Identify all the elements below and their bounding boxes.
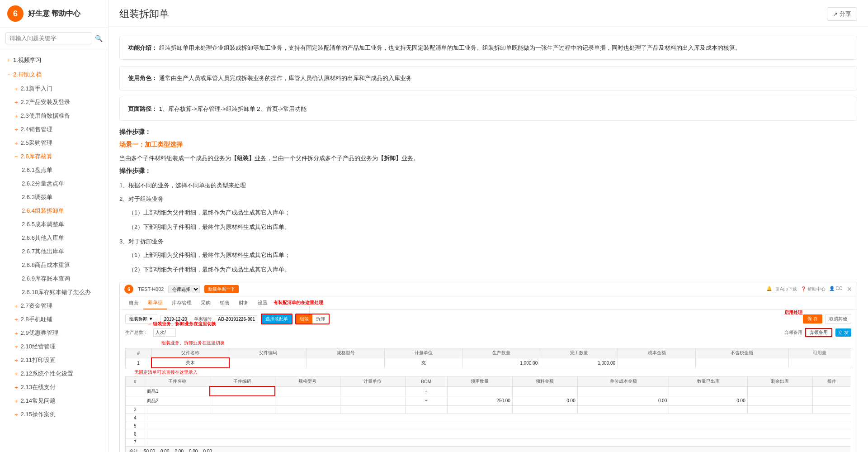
- sidebar-item-2-11[interactable]: + 2.11打印设置: [0, 353, 108, 367]
- sidebar-item-2-6-7[interactable]: 2.6.7其他出库单: [0, 245, 108, 258]
- sidebar-item-2-6-6[interactable]: 2.6.6其他入库单: [0, 231, 108, 245]
- search-icon[interactable]: 🔍: [95, 35, 103, 42]
- expand-icon: +: [14, 398, 18, 404]
- inner-enable-input[interactable]: 弃领备用: [805, 328, 832, 337]
- inner-btn-disassemble[interactable]: 拆卸: [312, 314, 329, 324]
- expand-icon: +: [14, 343, 18, 350]
- inner-nav-settings[interactable]: 设置: [253, 297, 272, 309]
- inner-docno-value: AD-20191226-001: [215, 315, 258, 323]
- sidebar-item-2-7[interactable]: + 2.7资金管理: [0, 299, 108, 313]
- inner-btn-cancel[interactable]: 取消其他: [825, 314, 851, 324]
- inner-table-footer: 合计 $0.00 0.00 0.00 0.00 0.00: [125, 446, 851, 452]
- sidebar-item-2-3[interactable]: + 2.3使用前数据准备: [0, 109, 108, 123]
- inner-logo: 6: [124, 285, 133, 294]
- sidebar-item-2-6-2[interactable]: 2.6.2分量盘点单: [0, 177, 108, 190]
- sidebar-item-2-6-4[interactable]: 2.6.4组装拆卸单: [0, 204, 108, 218]
- inner-icon-app[interactable]: ⊞ App下载: [775, 286, 797, 292]
- inner-close-btn[interactable]: ✕: [847, 285, 852, 293]
- inner-icon-help[interactable]: ❓ 帮助中心: [801, 286, 826, 292]
- inner-th-notax-cost: 不含税金额: [696, 348, 789, 358]
- sidebar-header: 6 好生意 帮助中心: [0, 0, 108, 28]
- inner-nav-new-doc[interactable]: 新单据: [143, 296, 167, 309]
- sidebar-item-2-15[interactable]: + 2.15操作案例: [0, 408, 108, 421]
- inner-new-doc-btn[interactable]: 新建单据一下: [204, 285, 239, 293]
- expand-icon: +: [7, 57, 10, 63]
- inner-footer-v1: $0.00: [144, 449, 155, 452]
- expand-icon: +: [14, 411, 18, 418]
- inner-th-parent-name: 父件名称: [151, 348, 229, 358]
- sidebar-item-2-6-3[interactable]: 2.6.3调拨单: [0, 190, 108, 204]
- inner-th-use-qty: 领用数量: [447, 377, 512, 387]
- sidebar-item-2-4[interactable]: + 2.4销售管理: [0, 123, 108, 136]
- sidebar-item-2-12[interactable]: + 2.12系统个性化设置: [0, 367, 108, 381]
- sidebar-item-2-1[interactable]: + 2.1新手入门: [0, 82, 108, 95]
- sidebar-item-2-9[interactable]: + 2.9优惠券管理: [0, 326, 108, 340]
- path-block: 页面路径： 1、库存核算->库存管理->组装拆卸单 2、首页->常用功能: [119, 97, 857, 121]
- inner-btn-date[interactable]: 2019-12-20: [160, 315, 191, 324]
- sidebar-item-2-6-8[interactable]: 2.6.8商品成本重算: [0, 258, 108, 272]
- inner-btn-save[interactable]: 保 存: [803, 314, 822, 324]
- inner-th-ops: 操作: [812, 377, 851, 387]
- inner-btn-assemble[interactable]: 组装: [296, 314, 312, 324]
- inner-nav-home[interactable]: 自营: [124, 297, 143, 309]
- content-area: 功能介绍： 组装拆卸单用来处理企业组装或拆卸等加工业务，支持有固定装配清单的产品…: [108, 27, 868, 452]
- sidebar-item-2-14[interactable]: + 2.14常见问题: [0, 394, 108, 408]
- sidebar-item-2-6-10[interactable]: 2.6.10库存账本错了怎么办: [0, 285, 108, 299]
- inner-child-row7: 7: [126, 438, 851, 446]
- expand-icon: +: [14, 371, 18, 377]
- inner-td: [696, 358, 789, 368]
- sidebar-item-label: 2.2产品安装及登录: [21, 98, 70, 106]
- inner-icon-bell[interactable]: 🔔: [766, 286, 772, 292]
- inner-th-remain-out: 剩余出库: [747, 377, 812, 387]
- inner-nav-purchase[interactable]: 采购: [196, 297, 215, 309]
- sidebar-item-label: 2.11打印设置: [21, 356, 56, 364]
- step2-1-text: （1）上部明细为父件明细，最终作为产成品生成其它入库单；: [119, 207, 857, 219]
- sidebar-item-2-6-1[interactable]: 2.6.1盘点单: [0, 163, 108, 177]
- inner-th-out-qty: 数量已出库: [669, 377, 747, 387]
- sidebar-item-label: 2.14常见问题: [21, 397, 56, 405]
- sidebar-item-label: 2.6.1盘点单: [22, 166, 52, 174]
- logo-icon: 6: [7, 5, 24, 22]
- inner-btn-select-assembly[interactable]: 选择装配单: [261, 314, 292, 324]
- inner-footer-v5: 0.00: [203, 449, 212, 452]
- sidebar-item-label: 1.视频学习: [13, 56, 42, 64]
- inner-select-assembly-area: 选择装配单: [261, 314, 292, 324]
- collapse-icon: −: [7, 71, 10, 78]
- inner-nav-inventory[interactable]: 库存管理: [167, 297, 196, 309]
- search-input[interactable]: [5, 32, 92, 44]
- scenario1-title: 场景一：加工类型选择: [119, 141, 857, 149]
- expand-icon: +: [14, 126, 18, 133]
- sidebar-item-2-8[interactable]: + 2.8手机旺铺: [0, 313, 108, 326]
- inner-btn-type[interactable]: 组装拆卸 ▼: [125, 314, 157, 324]
- sidebar-item-label: 2.帮助文档: [13, 71, 42, 79]
- sidebar-item-docs[interactable]: − 2.帮助文档: [0, 67, 108, 82]
- sidebar-item-2-6[interactable]: − 2.6库存核算: [0, 150, 108, 163]
- path-text: 1、库存核算->库存管理->组装拆卸单 2、首页->常用功能: [159, 105, 307, 112]
- sidebar-item-2-6-5[interactable]: 2.6.5成本调整单: [0, 218, 108, 231]
- inner-app-content: 组装拆卸 ▼ 2019-12-20 单据编号 AD-20191226-001 选…: [120, 310, 857, 452]
- inner-warehouse-select[interactable]: 仓库选择: [168, 285, 200, 293]
- expand-icon: +: [14, 330, 18, 337]
- inner-td: [618, 358, 696, 368]
- sidebar-item-video[interactable]: + 1.视频学习: [0, 53, 108, 67]
- inner-th-cost: 成本金额: [618, 348, 696, 358]
- inner-th-produce-qty: 生产数量: [462, 348, 540, 358]
- inner-form-row: 生产总数： 人次/ 弃领备用 弃领备用 立 发: [125, 328, 851, 337]
- sidebar-item-2-5[interactable]: + 2.5采购管理: [0, 136, 108, 150]
- sidebar-item-2-2[interactable]: + 2.2产品安装及登录: [0, 95, 108, 109]
- share-button[interactable]: ↗ 分享: [827, 7, 857, 21]
- collapse-icon: −: [14, 153, 18, 160]
- sidebar-item-label: 2.6.7其他出库单: [22, 247, 64, 256]
- inner-th-num2: #: [126, 377, 145, 387]
- sidebar-item-2-6-9[interactable]: 2.6.9库存账本查询: [0, 272, 108, 285]
- sidebar-item-2-13[interactable]: + 2.13在线支付: [0, 381, 108, 394]
- inner-nav-sales[interactable]: 销售: [215, 297, 234, 309]
- inner-nav-finance[interactable]: 财务: [234, 297, 253, 309]
- sidebar: 6 好生意 帮助中心 🔍 + 1.视频学习 − 2.帮助文档 + 2.1新手入门…: [0, 0, 108, 452]
- share-icon: ↗: [833, 11, 838, 18]
- inner-btn-enable[interactable]: 立 发: [835, 328, 851, 337]
- sidebar-item-label: 2.4销售管理: [21, 125, 52, 133]
- sidebar-item-2-10[interactable]: + 2.10经营管理: [0, 340, 108, 353]
- inner-icon-user[interactable]: 👤 CC: [829, 286, 842, 292]
- inner-child-row4: 4: [126, 414, 851, 422]
